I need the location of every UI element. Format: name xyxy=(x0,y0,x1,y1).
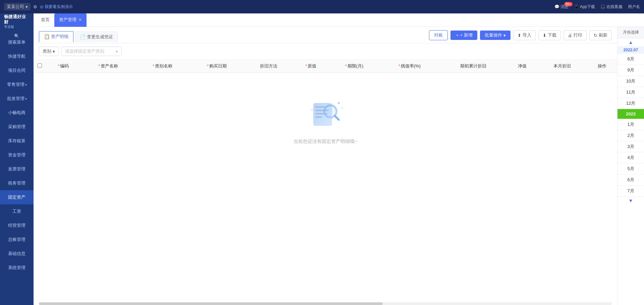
download-icon: ⬇ xyxy=(543,33,546,38)
page-body: 📋 资产明细 📄 变更生成凭证 对账 ＋ + 新增 xyxy=(34,27,617,305)
sidebar-item-inventory[interactable]: 库存核算 xyxy=(0,134,34,148)
month-item-1[interactable]: 1月 xyxy=(618,119,644,130)
col-code: *编码 xyxy=(46,60,81,73)
svg-point-9 xyxy=(338,102,340,104)
demo-icon: ◎ xyxy=(40,4,43,9)
toolbar: 对账 ＋ + 新增 批量操作 ▾ ⬆ 导入 xyxy=(429,30,612,43)
scrollbar-thumb[interactable] xyxy=(39,302,383,305)
year-2022-label: 2022.07 xyxy=(618,46,644,54)
month-panel-collapse-button[interactable]: › xyxy=(617,161,618,171)
col-monthly-depreciation: 本月折旧 xyxy=(538,60,587,73)
headset-icon: 🎧 xyxy=(600,4,605,9)
tab-asset-management[interactable]: 资产管理 ✕ xyxy=(54,13,87,27)
sidebar-item-basic-info[interactable]: 基础信息 xyxy=(0,247,34,261)
empty-message: 当前您还没有固定资产明细哦~ xyxy=(293,139,357,145)
sidebar: 畅捷通好业财 专业版 🔍 搜索菜单 快捷导航 项目合同 零售管理 ▾ 批发管理 … xyxy=(0,13,34,305)
col-accumulated-depreciation: 期初累计折旧 xyxy=(439,60,507,73)
month-item-2[interactable]: 2月 xyxy=(618,130,644,141)
year-2023-badge[interactable]: 2023 xyxy=(618,109,644,119)
month-item-4[interactable]: 4月 xyxy=(618,152,644,163)
settings-icon[interactable]: ⚙ xyxy=(33,4,37,9)
category-value-select[interactable]: 请选择固定资产类别 ▾ xyxy=(61,47,122,56)
download-button[interactable]: ⬇ 下载 xyxy=(538,30,561,40)
sidebar-item-salary[interactable]: 工资 xyxy=(0,204,34,218)
sidebar-item-project[interactable]: 项目合同 xyxy=(0,63,34,78)
svg-point-7 xyxy=(326,107,334,115)
refresh-icon: ↻ xyxy=(594,33,597,38)
print-button[interactable]: 🖨 打印 xyxy=(564,30,587,40)
col-net-value: 净值 xyxy=(507,60,538,73)
sidebar-item-general-ledger[interactable]: 总账管理 xyxy=(0,233,34,247)
svg-point-10 xyxy=(341,107,343,109)
checkbox-all-header[interactable] xyxy=(34,60,46,73)
sidebar-item-operations[interactable]: 经营管理 xyxy=(0,218,34,233)
col-asset-name: *资产名称 xyxy=(81,60,136,73)
app-download-button[interactable]: 📱 App下载 xyxy=(574,4,595,10)
demo-link[interactable]: ◎ 我要看实例演示 xyxy=(40,4,73,10)
sidebar-item-fixed-assets[interactable]: 固定资产 xyxy=(0,190,34,204)
month-item-6[interactable]: 6月 xyxy=(618,174,644,186)
import-button[interactable]: ⬆ 导入 xyxy=(513,30,536,40)
sub-tabs-left: 📋 资产明细 📄 变更生成凭证 xyxy=(39,31,118,42)
refresh-button[interactable]: ↻ 刷新 xyxy=(589,30,612,40)
main-layout: 畅捷通好业财 专业版 🔍 搜索菜单 快捷导航 项目合同 零售管理 ▾ 批发管理 … xyxy=(0,13,644,305)
company-selector[interactable]: 某某公司 ▾ xyxy=(4,3,31,10)
col-residual-rate: *残值率(%) xyxy=(380,60,439,73)
month-scroll-up[interactable]: ▲ xyxy=(618,38,644,46)
month-panel-title: 月份选择 xyxy=(618,27,644,38)
month-list: ▲ 2022.07 8月 9月 10月 11月 12月 2023 1月 2月 3… xyxy=(618,38,644,305)
sidebar-item-quick-nav[interactable]: 快捷导航 xyxy=(0,49,34,63)
month-item-5[interactable]: 5月 xyxy=(618,163,644,174)
horizontal-scrollbar[interactable] xyxy=(39,302,612,305)
message-button[interactable]: 💬 消息 99+ xyxy=(554,4,569,10)
subtab-change-voucher[interactable]: 📄 变更生成凭证 xyxy=(75,32,118,42)
month-item-11[interactable]: 11月 xyxy=(618,87,644,98)
month-item-10[interactable]: 10月 xyxy=(618,76,644,87)
sidebar-item-wholesale[interactable]: 批发管理 ▾ xyxy=(0,92,34,106)
table-header-row: *编码 *资产名称 *类别名称 *购买日期 折旧方法 *原值 *期限(月) *残… xyxy=(34,60,617,73)
user-menu[interactable]: 用户名 xyxy=(628,4,640,10)
col-purchase-date: *购买日期 xyxy=(190,60,244,73)
svg-rect-5 xyxy=(315,116,322,118)
asset-table: *编码 *资产名称 *类别名称 *购买日期 折旧方法 *原值 *期限(月) *残… xyxy=(34,60,617,165)
doc-icon: 📄 xyxy=(80,34,86,40)
tab-close-icon[interactable]: ✕ xyxy=(78,17,82,22)
print-icon: 🖨 xyxy=(568,33,572,38)
tab-bar: 首页 资产管理 ✕ xyxy=(34,13,644,27)
chevron-down-icon: ▾ xyxy=(25,4,28,9)
col-period-months: *期限(月) xyxy=(329,60,380,73)
sub-tabs-bar: 📋 资产明细 📄 变更生成凭证 对账 ＋ + 新增 xyxy=(34,27,617,43)
svg-point-11 xyxy=(311,109,313,110)
month-item-8[interactable]: 8月 xyxy=(618,54,644,65)
top-bar-left: 某某公司 ▾ ⚙ ◎ 我要看实例演示 xyxy=(4,3,551,10)
sidebar-item-invoice[interactable]: 发票管理 xyxy=(0,162,34,176)
sidebar-item-purchase[interactable]: 采购管理 xyxy=(0,120,34,134)
sidebar-item-retail[interactable]: 零售管理 ▾ xyxy=(0,78,34,92)
content-area: 首页 资产管理 ✕ 📋 资产明细 📄 xyxy=(34,13,644,305)
reconcile-button[interactable]: 对账 xyxy=(429,30,448,40)
month-item-7[interactable]: 7月 xyxy=(618,186,644,197)
online-service-button[interactable]: 🎧 在线客服 xyxy=(600,4,623,10)
month-item-3[interactable]: 3月 xyxy=(618,141,644,152)
sidebar-item-system[interactable]: 系统管理 xyxy=(0,261,34,275)
empty-state-row: 当前您还没有固定资产明细哦~ xyxy=(34,73,617,165)
app-logo-area: 畅捷通好业财 专业版 xyxy=(0,13,34,30)
batch-button[interactable]: 批量操作 ▾ xyxy=(480,31,511,40)
subtab-asset-detail[interactable]: 📋 资产明细 xyxy=(39,31,73,42)
table-container: *编码 *资产名称 *类别名称 *购买日期 折旧方法 *原值 *期限(月) *残… xyxy=(34,60,617,302)
month-scroll-down[interactable]: ▼ xyxy=(618,197,644,205)
tab-home[interactable]: 首页 xyxy=(36,13,54,27)
checkbox-all[interactable] xyxy=(38,63,42,68)
chevron-down-icon: ▾ xyxy=(503,33,506,38)
month-item-9[interactable]: 9月 xyxy=(618,65,644,76)
category-type-select[interactable]: 类别 ▾ xyxy=(39,47,59,56)
sidebar-item-tax[interactable]: 税务管理 xyxy=(0,176,34,190)
sidebar-item-ecommerce[interactable]: 小畅电商 xyxy=(0,106,34,120)
add-button[interactable]: ＋ + 新增 xyxy=(450,31,477,40)
sidebar-item-search-menu[interactable]: 🔍 搜索菜单 xyxy=(0,30,34,49)
month-item-12[interactable]: 12月 xyxy=(618,98,644,109)
message-badge: 99+ xyxy=(564,2,573,6)
sidebar-item-finance[interactable]: 资金管理 xyxy=(0,148,34,162)
empty-state: 当前您还没有固定资产明细哦~ xyxy=(34,73,617,165)
col-depreciation-method: 折旧方法 xyxy=(244,60,293,73)
